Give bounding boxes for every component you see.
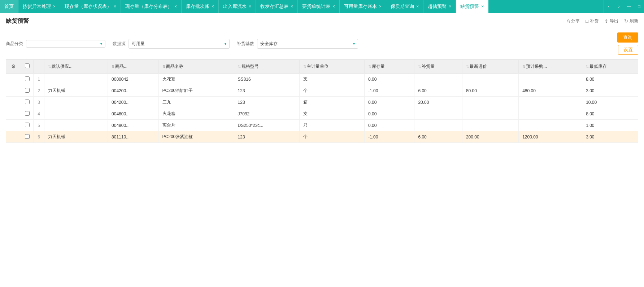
export-action[interactable]: ⇧ 导出 — [604, 18, 618, 24]
share-icon: ⎙ — [567, 18, 570, 24]
page-title: 缺货预警 — [6, 17, 567, 25]
row-unit: 个 — [299, 85, 364, 97]
settings-button[interactable]: 设置 — [618, 45, 638, 55]
row-estimated-purchase — [519, 74, 582, 85]
restock-label: 补货 — [590, 18, 599, 24]
tab-close-available-ledger[interactable]: × — [379, 4, 382, 9]
column-product-name[interactable]: ⇅商品名称 — [158, 59, 234, 74]
tab-close-inventory-status[interactable]: × — [114, 4, 116, 9]
tab-label-overstock: 超储预警 — [428, 3, 447, 10]
filter-area: 商品分类 ▾ 数据源 可用量 ▾ 补货基数 安全库存 ▾ 查询 — [0, 28, 644, 59]
row-settings-cell — [6, 97, 21, 108]
tab-label-shortage: 缺货预警 — [460, 3, 479, 10]
tab-minimize[interactable]: — — [624, 0, 634, 13]
row-checkbox-0[interactable] — [25, 76, 30, 81]
row-product-code: 004200... — [108, 97, 159, 108]
tab-close-batch-account[interactable]: × — [212, 4, 214, 9]
row-checkbox-2[interactable] — [25, 100, 30, 104]
restock-basis-label: 补货基数 — [237, 41, 254, 47]
column-min-stock[interactable]: ⇅最低库存 — [582, 59, 638, 74]
tab-close-expiry-query[interactable]: × — [416, 4, 419, 9]
row-checkbox-4[interactable] — [25, 123, 30, 127]
query-button[interactable]: 查询 — [617, 32, 638, 43]
datasource-filter-group: 数据源 可用量 ▾ — [113, 39, 230, 49]
tab-scroll-right[interactable]: › — [614, 0, 624, 13]
share-action[interactable]: ⎙ 分享 — [567, 18, 580, 24]
tab-maximize[interactable]: □ — [634, 0, 644, 13]
tab-close-inout-flow[interactable]: × — [249, 4, 251, 9]
tab-close-demand-stat[interactable]: × — [332, 4, 335, 9]
row-product-code: 004800... — [108, 120, 159, 131]
tab-available-ledger[interactable]: 可用量库存账本× — [340, 0, 386, 13]
row-unit: 个 — [299, 131, 364, 143]
row-checkbox-1[interactable] — [25, 88, 30, 93]
row-unit: 支 — [299, 74, 364, 85]
category-select[interactable]: ▾ — [26, 40, 105, 48]
row-default-supplier — [44, 74, 108, 85]
row-settings-cell — [6, 74, 21, 85]
row-default-supplier — [44, 97, 108, 108]
column-spec[interactable]: ⇅规格型号 — [234, 59, 299, 74]
header-actions: ⎙ 分享 □ 补货 ⇧ 导出 ↻ 刷新 — [567, 18, 638, 24]
tab-close-shortage[interactable]: × — [481, 4, 484, 9]
row-latest-price: 80.00 — [462, 85, 518, 97]
row-settings-cell — [6, 108, 21, 120]
tab-expiry-query[interactable]: 保质期查询× — [386, 0, 423, 13]
tab-label-inventory-dist: 现存量（库存分布表） — [125, 3, 172, 10]
row-default-supplier — [44, 108, 108, 120]
shortage-table: ⚙ ⇅默认供应... ⇅商品... ⇅商品名称 — [6, 59, 638, 143]
tab-close-receive-summary[interactable]: × — [291, 4, 293, 9]
row-latest-price — [462, 108, 518, 120]
column-settings-icon[interactable]: ⚙ — [9, 62, 17, 70]
row-number: 2 — [34, 85, 44, 97]
column-default-supplier[interactable]: ⇅默认供应... — [44, 59, 108, 74]
datasource-label: 数据源 — [113, 41, 126, 47]
row-estimated-purchase — [519, 108, 582, 120]
row-checkbox-5[interactable] — [25, 134, 30, 139]
tab-receive-summary[interactable]: 收发存汇总表× — [256, 0, 298, 13]
row-latest-price: 200.00 — [462, 131, 518, 143]
column-product-code[interactable]: ⇅商品... — [108, 59, 159, 74]
row-stock: 0.00 — [364, 74, 414, 85]
row-spec: 123 — [234, 85, 299, 97]
tab-inout-flow[interactable]: 出入库流水× — [219, 0, 256, 13]
tab-shortage[interactable]: 缺货预警× — [456, 0, 488, 13]
column-row-num — [34, 59, 44, 74]
row-min-stock: 8.00 — [582, 74, 638, 85]
row-default-supplier — [44, 120, 108, 131]
restock-basis-select[interactable]: 安全库存 ▾ — [257, 39, 358, 49]
table-header-row: ⚙ ⇅默认供应... ⇅商品... ⇅商品名称 — [6, 59, 638, 74]
tab-close-overstock[interactable]: × — [449, 4, 451, 9]
column-estimated-purchase[interactable]: ⇅预计采购... — [519, 59, 582, 74]
refresh-action[interactable]: ↻ 刷新 — [624, 18, 638, 24]
select-all-checkbox[interactable] — [25, 63, 30, 68]
tab-inventory-dist[interactable]: 现存量（库存分布表）× — [121, 0, 182, 13]
column-latest-price[interactable]: ⇅最新进价 — [462, 59, 518, 74]
datasource-select[interactable]: 可用量 ▾ — [129, 39, 230, 49]
column-unit[interactable]: ⇅主计量单位 — [299, 59, 364, 74]
column-restock-qty[interactable]: ⇅补货量 — [414, 59, 462, 74]
row-restock-qty: 20.00 — [414, 97, 462, 108]
row-stock: -1.00 — [364, 131, 414, 143]
tab-exception[interactable]: 拣货异常处理× — [18, 0, 60, 13]
row-latest-price — [462, 120, 518, 131]
tab-home[interactable]: 首页 — [0, 0, 18, 13]
row-checkbox-3[interactable] — [25, 111, 30, 116]
tab-overstock[interactable]: 超储预警× — [423, 0, 456, 13]
restock-action[interactable]: □ 补货 — [586, 18, 599, 24]
table-row: 2 力天机械 004200... PC200油缸缸子 123 个 -1.00 6… — [6, 85, 638, 97]
tab-inventory-status[interactable]: 现存量（库存状况表）× — [60, 0, 121, 13]
export-label: 导出 — [610, 18, 618, 24]
tab-close-exception[interactable]: × — [53, 4, 56, 9]
tab-scroll-left[interactable]: ‹ — [604, 0, 614, 13]
tab-close-inventory-dist[interactable]: × — [174, 4, 177, 9]
tab-label-expiry-query: 保质期查询 — [391, 3, 414, 10]
row-stock: 0.00 — [364, 108, 414, 120]
row-spec: 123 — [234, 131, 299, 143]
column-stock[interactable]: ⇅库存量 — [364, 59, 414, 74]
tab-batch-account[interactable]: 库存批次账× — [182, 0, 219, 13]
tab-nav-buttons: ‹ › — □ — [604, 0, 644, 13]
tab-label-home: 首页 — [4, 3, 14, 10]
tab-demand-stat[interactable]: 要货单统计表× — [298, 0, 340, 13]
row-min-stock: 8.00 — [582, 108, 638, 120]
